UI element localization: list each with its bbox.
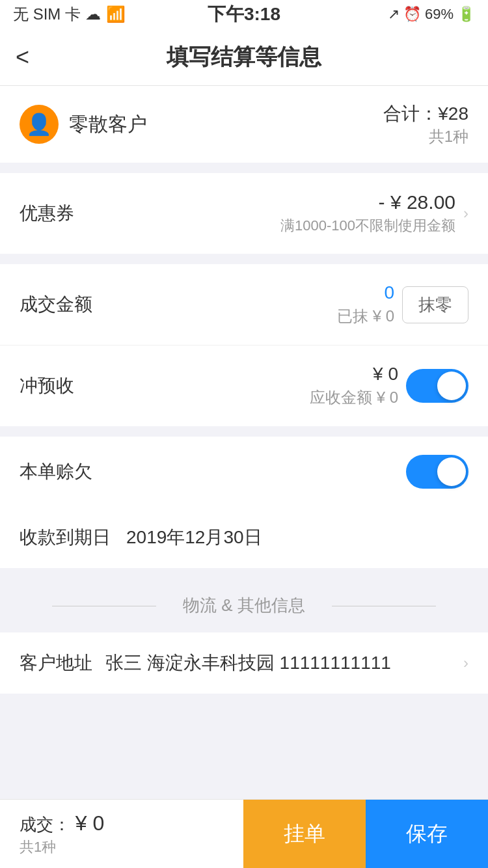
debit-toggle[interactable] [406,455,468,489]
pre-receive-values: ¥ 0 应收金额 ¥ 0 [310,364,398,408]
debit-right [406,455,468,489]
pre-receive-value: ¥ 0 [310,364,398,385]
due-date-label: 收款到期日 [20,525,111,550]
toggle-knob [437,372,466,400]
customer-name: 零散客户 [69,111,147,138]
address-section: 客户地址 张三 海淀永丰科技园 11111111111 › [0,632,488,694]
pre-receive-right: ¥ 0 应收金额 ¥ 0 [310,364,468,408]
debit-section: 本单赊欠 收款到期日 2019年12月30日 [0,437,488,568]
customer-amount: 合计：¥28 [383,102,468,126]
status-left: 无 SIM 卡 ☁ 📶 [13,4,126,25]
deal-amount-label: 成交金额 [20,292,92,317]
deal-section: 成交金额 0 已抹 ¥ 0 抹零 冲预收 ¥ 0 应收金额 ¥ 0 [0,264,488,426]
coupon-label: 优惠券 [20,201,74,226]
status-right: ↗ ⏰ 69% 🔋 [388,6,475,23]
due-date-value: 2019年12月30日 [126,525,262,550]
round-zero-button[interactable]: 抹零 [402,286,468,323]
debit-toggle-knob [437,457,466,486]
logistics-header: 物流 & 其他信息 [0,578,488,632]
bottom-amount: ¥ 0 [75,811,104,835]
debit-label: 本单赊欠 [20,459,92,484]
status-bar: 无 SIM 卡 ☁ 📶 下午3:18 ↗ ⏰ 69% 🔋 [0,0,488,29]
bottom-deal-label: 成交： [20,815,70,834]
bottom-count: 共1种 [20,837,224,857]
deal-amount-row: 成交金额 0 已抹 ¥ 0 抹零 [0,264,488,345]
customer-avatar: 👤 [20,105,59,144]
wifi-icon: 📶 [106,5,126,23]
coupon-row[interactable]: 优惠券 - ¥ 28.00 满1000-100不限制使用金额 › [0,173,488,254]
coupon-desc: 满1000-100不限制使用金额 [280,216,455,236]
customer-row[interactable]: 👤 零散客户 合计：¥28 共1种 [0,86,488,163]
chevron-icon: › [463,204,468,223]
bottom-bar: 成交： ¥ 0 共1种 挂单 保存 [0,799,488,868]
bottom-info: 成交： ¥ 0 共1种 [0,811,243,857]
coupon-amount: - ¥ 28.00 [280,191,455,213]
customer-left: 👤 零散客户 [20,105,147,144]
nav-bar: < 填写结算等信息 [0,29,488,86]
bottom-deal-row: 成交： ¥ 0 [20,811,224,836]
battery-text: 69% [425,6,454,23]
battery-icon: 🔋 [457,6,475,23]
customer-total: 合计：¥28 共1种 [383,102,468,147]
deal-amount-right: 0 已抹 ¥ 0 抹零 [337,282,468,327]
coupon-section: 优惠券 - ¥ 28.00 满1000-100不限制使用金额 › [0,173,488,254]
coupon-value-container: - ¥ 28.00 满1000-100不限制使用金额 [280,191,455,236]
address-label: 客户地址 [20,651,92,675]
content: 👤 零散客户 合计：¥28 共1种 优惠券 - ¥ 28.00 满1000-10… [0,86,488,782]
pre-receive-toggle[interactable] [406,369,468,403]
address-row[interactable]: 客户地址 张三 海淀永丰科技园 11111111111 › [0,632,488,694]
address-chevron-icon: › [463,654,468,672]
deal-amount-value: 0 [337,282,394,303]
customer-section: 👤 零散客户 合计：¥28 共1种 [0,86,488,163]
address-value: 张三 海淀永丰科技园 11111111111 [105,651,463,675]
alarm-icon: ⏰ [403,6,421,23]
page-title: 填写结算等信息 [167,42,321,72]
debit-row: 本单赊欠 [0,437,488,507]
sim-status: 无 SIM 卡 ☁ [13,4,101,25]
save-button[interactable]: 保存 [366,800,488,869]
deal-amount-sub: 已抹 ¥ 0 [337,306,394,327]
due-date-row[interactable]: 收款到期日 2019年12月30日 [0,507,488,568]
customer-count: 共1种 [383,126,468,147]
back-button[interactable]: < [16,44,29,71]
pre-receive-label: 冲预收 [20,373,74,398]
status-time: 下午3:18 [208,2,280,27]
hold-button[interactable]: 挂单 [243,800,366,869]
pre-receive-row: 冲预收 ¥ 0 应收金额 ¥ 0 [0,345,488,426]
pre-receive-sub: 应收金额 ¥ 0 [310,387,398,408]
person-icon: 👤 [26,112,52,137]
location-icon: ↗ [388,6,400,23]
logistics-label: 物流 & 其他信息 [170,595,318,615]
coupon-right: - ¥ 28.00 满1000-100不限制使用金额 › [280,191,468,236]
deal-amount-values: 0 已抹 ¥ 0 [337,282,394,327]
